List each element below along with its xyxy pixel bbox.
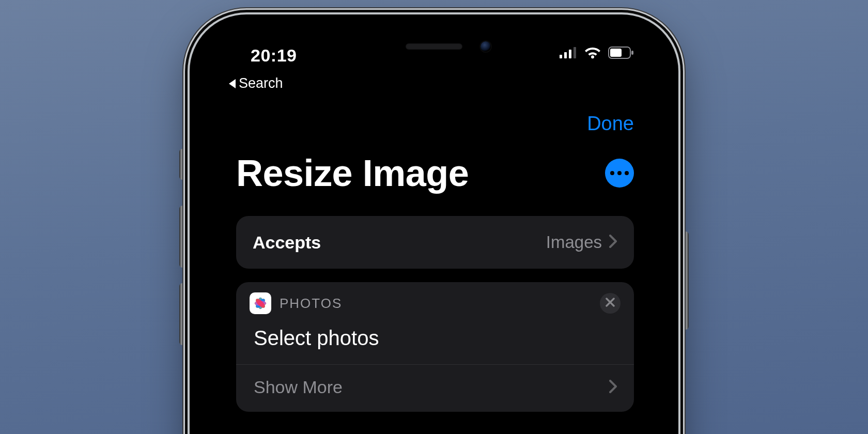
accepts-value: Images [546, 233, 602, 252]
mute-switch[interactable] [179, 149, 185, 180]
page-title: Resize Image [236, 152, 469, 194]
svg-rect-3 [574, 47, 576, 58]
done-button[interactable]: Done [587, 113, 634, 135]
cellular-icon [560, 47, 577, 58]
antenna-band [555, 7, 565, 14]
svg-rect-1 [564, 52, 567, 58]
volume-up-button[interactable] [179, 206, 185, 268]
status-bar: 20:19 [207, 32, 661, 76]
background: 20:19 Search [0, 0, 868, 434]
svg-rect-5 [610, 49, 622, 57]
action-title[interactable]: Select photos [254, 327, 621, 350]
svg-rect-0 [560, 55, 562, 58]
status-time: 20:19 [251, 45, 297, 66]
antenna-band [303, 7, 313, 14]
show-more-label: Show More [254, 377, 343, 397]
ellipsis-icon [625, 171, 629, 175]
antenna-band [678, 128, 686, 137]
close-icon [606, 298, 615, 309]
more-button[interactable] [605, 159, 634, 188]
chevron-right-icon [609, 380, 617, 395]
show-more-row[interactable]: Show More [250, 365, 621, 412]
ellipsis-icon [617, 171, 622, 175]
accepts-label: Accepts [253, 233, 321, 253]
ellipsis-icon [610, 171, 614, 175]
back-label: Search [239, 75, 283, 91]
status-icons [560, 47, 634, 59]
photos-app-icon [250, 292, 271, 314]
svg-rect-2 [569, 50, 571, 58]
back-triangle-icon [229, 79, 236, 88]
back-to-search[interactable]: Search [229, 75, 661, 91]
phone-device: 20:19 Search [190, 14, 678, 434]
svg-rect-6 [631, 51, 633, 55]
action-card-photos: PHOTOS Select photos Show More [236, 282, 634, 412]
phone-screen: 20:19 Search [207, 32, 661, 434]
delete-action-button[interactable] [600, 293, 621, 314]
phone-frame: 20:19 Search [190, 14, 678, 434]
volume-down-button[interactable] [179, 283, 185, 345]
power-button[interactable] [683, 231, 689, 330]
chevron-right-icon [609, 233, 617, 252]
battery-icon [608, 47, 634, 59]
action-app-label: PHOTOS [280, 296, 342, 312]
accepts-row[interactable]: Accepts Images [236, 216, 634, 269]
wifi-icon [584, 47, 601, 59]
antenna-band [182, 128, 190, 137]
title-bar: Resize Image [236, 152, 634, 194]
